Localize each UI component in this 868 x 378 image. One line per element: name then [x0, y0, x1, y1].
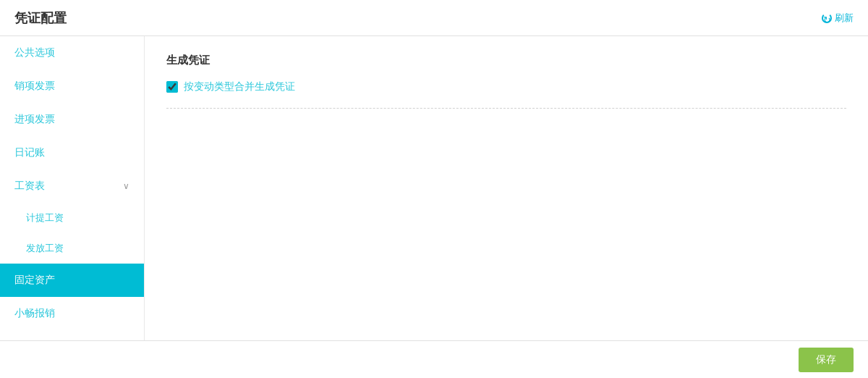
sidebar-item-sales-invoice[interactable]: 销项发票 — [0, 70, 144, 103]
sidebar-item-expense-report[interactable]: 小畅报销 — [0, 297, 144, 330]
header: 凭证配置 ↻ 刷新 — [0, 0, 868, 36]
sidebar-item-label: 发放工资 — [26, 243, 64, 253]
divider — [166, 108, 846, 109]
sidebar-item-label: 固定资产 — [14, 274, 55, 287]
checkbox-row: 按变动类型合并生成凭证 — [166, 80, 846, 93]
main-content: 生成凭证 按变动类型合并生成凭证 — [145, 36, 868, 340]
sidebar-item-payroll[interactable]: 工资表 ∨ — [0, 169, 144, 203]
sidebar-item-public-options[interactable]: 公共选项 — [0, 36, 144, 70]
sidebar-item-label: 公共选项 — [14, 46, 55, 59]
page-title: 凭证配置 — [14, 9, 67, 27]
sidebar-item-purchase-invoice[interactable]: 进项发票 — [0, 103, 144, 136]
section-title: 生成凭证 — [166, 54, 846, 67]
sidebar-item-payroll-distribute[interactable]: 发放工资 — [0, 233, 144, 264]
sidebar-item-label: 日记账 — [14, 146, 45, 159]
sidebar-item-journal[interactable]: 日记账 — [0, 136, 144, 169]
body: 公共选项 销项发票 进项发票 日记账 工资表 ∨ 计提工资 发放工资 固定资 — [0, 36, 868, 340]
sidebar-item-fixed-assets[interactable]: 固定资产 — [0, 264, 144, 297]
sidebar-item-label: 工资表 — [14, 180, 45, 193]
chevron-down-icon: ∨ — [123, 181, 129, 191]
sidebar-item-label: 计提工资 — [26, 212, 64, 223]
sidebar-item-label: 销项发票 — [14, 80, 55, 93]
sidebar-item-label: 进项发票 — [14, 113, 55, 126]
page-wrapper: 凭证配置 ↻ 刷新 公共选项 销项发票 进项发票 日记账 工资表 ∨ — [0, 0, 868, 378]
merge-by-type-label[interactable]: 按变动类型合并生成凭证 — [184, 80, 295, 93]
sidebar: 公共选项 销项发票 进项发票 日记账 工资表 ∨ 计提工资 发放工资 固定资 — [0, 36, 145, 340]
sidebar-item-label: 小畅报销 — [14, 307, 55, 320]
refresh-button[interactable]: ↻ 刷新 — [822, 12, 854, 25]
save-button[interactable]: 保存 — [799, 348, 854, 372]
merge-by-type-checkbox[interactable] — [166, 81, 178, 93]
sidebar-item-payroll-accrual[interactable]: 计提工资 — [0, 203, 144, 233]
refresh-icon: ↻ — [822, 13, 832, 23]
refresh-label: 刷新 — [835, 12, 854, 25]
footer: 保存 — [0, 340, 868, 378]
